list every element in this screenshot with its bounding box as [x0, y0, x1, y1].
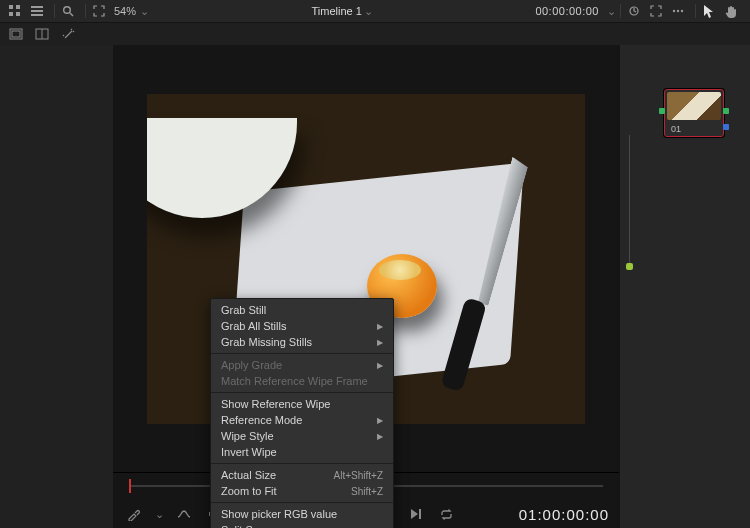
svg-rect-5	[31, 10, 43, 12]
menu-separator	[211, 392, 393, 393]
top-toolbar: 54% ⌄ Timeline 1 ⌄ 00:00:00:00 ⌄	[0, 0, 750, 23]
hand-tool-icon[interactable]	[722, 2, 740, 20]
viewer-timecode[interactable]: 00:00:00:00	[535, 5, 599, 17]
node-input-handle[interactable]	[659, 108, 665, 114]
more-icon[interactable]	[669, 2, 687, 20]
svg-rect-19	[419, 509, 421, 519]
menu-item[interactable]: Reference Mode▶	[211, 412, 393, 428]
svg-rect-2	[9, 12, 13, 16]
menu-item[interactable]: Grab Still	[211, 302, 393, 318]
menu-separator	[211, 463, 393, 464]
submenu-arrow-icon: ▶	[377, 416, 383, 425]
next-clip-icon[interactable]	[406, 505, 426, 523]
menu-item-label: Invert Wipe	[221, 446, 277, 458]
viewer-toolbar	[0, 23, 750, 45]
menu-item-label: Show Reference Wipe	[221, 398, 330, 410]
svg-point-12	[681, 10, 683, 12]
svg-point-10	[673, 10, 675, 12]
menu-item-label: Match Reference Wipe Frame	[221, 375, 368, 387]
menu-item-shortcut: Alt+Shift+Z	[334, 470, 383, 481]
node-key-handle[interactable]	[723, 124, 729, 130]
svg-line-8	[70, 13, 73, 16]
menu-item[interactable]: Actual SizeAlt+Shift+Z	[211, 467, 393, 483]
node-thumbnail	[667, 92, 721, 120]
menu-item-label: Show picker RGB value	[221, 508, 337, 520]
chevron-down-icon[interactable]: ⌄	[607, 5, 616, 18]
menu-item[interactable]: Grab All Stills▶	[211, 318, 393, 334]
node-label: 01	[671, 124, 681, 134]
submenu-arrow-icon: ▶	[377, 338, 383, 347]
menu-item-label: Apply Grade	[221, 359, 282, 371]
separator	[85, 4, 86, 18]
separator	[620, 4, 621, 18]
split-view-icon[interactable]	[32, 25, 52, 43]
svg-rect-14	[12, 31, 20, 37]
status-timecode[interactable]: 01:00:00:00	[519, 506, 609, 523]
menu-item-label: Zoom to Fit	[221, 485, 277, 497]
menu-item[interactable]: Show Reference Wipe	[211, 396, 393, 412]
submenu-arrow-icon: ▶	[377, 361, 383, 370]
menu-item[interactable]: Grab Missing Stills▶	[211, 334, 393, 350]
menu-item-label: Grab All Stills	[221, 320, 286, 332]
menu-item[interactable]: Show picker RGB value	[211, 506, 393, 522]
separator	[54, 4, 55, 18]
svg-rect-0	[9, 5, 13, 9]
node-panel[interactable]: 01	[619, 45, 750, 528]
chevron-down-icon[interactable]: ⌄	[155, 508, 164, 521]
search-icon[interactable]	[59, 2, 77, 20]
menu-item[interactable]: Split Screen▶	[211, 522, 393, 528]
grid-view-icon[interactable]	[6, 2, 24, 20]
loop-icon[interactable]	[436, 505, 456, 523]
svg-rect-6	[31, 14, 43, 16]
menu-item[interactable]: Zoom to FitShift+Z	[211, 483, 393, 499]
svg-rect-3	[16, 12, 20, 16]
fit-icon[interactable]	[90, 2, 108, 20]
menu-item-shortcut: Shift+Z	[351, 486, 383, 497]
list-view-icon[interactable]	[28, 2, 46, 20]
viewer-context-menu[interactable]: Grab StillGrab All Stills▶Grab Missing S…	[210, 298, 394, 528]
node-link-line	[629, 135, 630, 265]
menu-item: Apply Grade▶	[211, 357, 393, 373]
left-gutter	[0, 45, 113, 528]
color-node[interactable]: 01	[664, 89, 724, 137]
wand-icon[interactable]	[58, 25, 78, 43]
node-output-dot[interactable]	[626, 263, 633, 270]
svg-point-7	[64, 7, 71, 14]
menu-item-label: Wipe Style	[221, 430, 274, 442]
submenu-arrow-icon: ▶	[377, 432, 383, 441]
timeline-title[interactable]: Timeline 1	[312, 5, 362, 17]
picker-icon[interactable]	[123, 505, 143, 523]
menu-item[interactable]: Invert Wipe	[211, 444, 393, 460]
node-output-handle[interactable]	[723, 108, 729, 114]
svg-rect-1	[16, 5, 20, 9]
separator	[695, 4, 696, 18]
zoom-value[interactable]: 54%	[114, 5, 136, 17]
menu-item-label: Grab Still	[221, 304, 266, 316]
menu-separator	[211, 353, 393, 354]
arrow-tool-icon[interactable]	[700, 2, 718, 20]
highlight-icon[interactable]	[6, 25, 26, 43]
render-cache-icon[interactable]	[625, 2, 643, 20]
chevron-down-icon[interactable]: ⌄	[364, 5, 373, 18]
menu-item-label: Split Screen	[221, 524, 280, 528]
menu-item-label: Actual Size	[221, 469, 276, 481]
unmix-icon[interactable]	[174, 505, 194, 523]
menu-item-label: Reference Mode	[221, 414, 302, 426]
menu-item: Match Reference Wipe Frame	[211, 373, 393, 389]
menu-item[interactable]: Wipe Style▶	[211, 428, 393, 444]
chevron-down-icon[interactable]: ⌄	[140, 5, 149, 18]
svg-rect-4	[31, 6, 43, 8]
svg-point-11	[677, 10, 679, 12]
expand-icon[interactable]	[647, 2, 665, 20]
menu-separator	[211, 502, 393, 503]
menu-item-label: Grab Missing Stills	[221, 336, 312, 348]
submenu-arrow-icon: ▶	[377, 322, 383, 331]
